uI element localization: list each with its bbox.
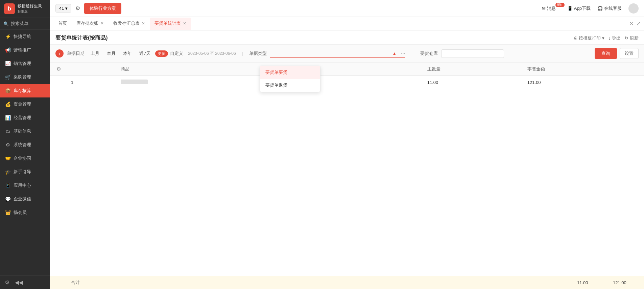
sidebar-item-label: 快捷导航 — [14, 34, 31, 40]
type-input[interactable] — [270, 49, 391, 57]
expand-icon: › — [59, 51, 61, 56]
tab-order-stats[interactable]: 要货单统计表 ✕ — [150, 18, 191, 30]
sidebar-item-wechat[interactable]: 💬 企业微信 — [0, 192, 50, 206]
printer-icon: 🖨 — [573, 36, 577, 41]
sidebar-item-label: 采购管理 — [14, 74, 31, 80]
chevron-down-icon: ▾ — [602, 36, 604, 41]
col-amount: 零售金额 — [523, 63, 644, 76]
sidebar-item-basic-info[interactable]: 🗂 基础信息 — [0, 125, 50, 138]
sidebar-item-inventory[interactable]: 📦 库存核算 — [0, 84, 50, 97]
page-header: 要货单统计表(按商品) 🖨 按模板打印 ▾ ↓ 导出 ↻ 刷新 — [50, 30, 644, 45]
export-btn[interactable]: ↓ 导出 — [609, 35, 621, 41]
table-summary: 合计 11.00 121.00 — [50, 276, 644, 289]
dropdown-item-delivery[interactable]: 要货单要货 — [260, 66, 320, 79]
settings-button[interactable]: 设置 — [620, 48, 639, 59]
refresh-label: 刷新 — [630, 35, 639, 41]
search-icon: 🔍 — [3, 21, 9, 26]
type-arrow-up-icon[interactable]: ▲ — [391, 51, 398, 56]
sidebar-search[interactable]: 🔍 搜索菜单 — [0, 18, 50, 30]
type-more-icon[interactable]: ··· — [401, 50, 405, 57]
sidebar-item-finance[interactable]: 💰 资金管理 — [0, 97, 50, 111]
sidebar-item-purchase[interactable]: 🛒 采购管理 — [0, 70, 50, 84]
col-gear: ⚙ — [50, 63, 67, 76]
tabbar: 首页 库存批次账 ✕ 收发存汇总表 ✕ 要货单统计表 ✕ ✕ ⤢ — [50, 17, 644, 30]
sidebar-item-label: 应用中心 — [14, 182, 31, 188]
sidebar-item-app-center[interactable]: 📱 应用中心 — [0, 179, 50, 192]
trial-button[interactable]: 体验行业方案 — [84, 3, 121, 14]
sidebar: b 畅捷通好生意 标准版 🔍 搜索菜单 ⚡ 快捷导航 📢 营销推广 📈 销售管理… — [0, 0, 50, 289]
print-template-btn[interactable]: 🖨 按模板打印 ▾ — [573, 35, 604, 41]
user-avatar[interactable] — [628, 3, 639, 14]
app-download-label: App下载 — [574, 5, 591, 12]
tab-inventory-batch-label: 库存批次账 — [76, 20, 98, 26]
sidebar-item-quick-nav[interactable]: ⚡ 快捷导航 — [0, 30, 50, 43]
date-option-this-year[interactable]: 本年 — [120, 49, 135, 58]
online-service-item[interactable]: 🎧 在线客服 — [597, 5, 622, 12]
operations-icon: 📊 — [5, 115, 11, 121]
org-selector[interactable]: 41 ▾ — [55, 4, 71, 13]
sidebar-footer: ⚙ ◀◀ — [0, 275, 50, 289]
date-option-this-month[interactable]: 本月 — [104, 49, 118, 58]
date-option-more[interactable]: 更多 — [155, 50, 168, 57]
topbar-gear-icon[interactable]: ⚙ — [75, 5, 80, 12]
messages-item[interactable]: ✉ 消息 99+ — [542, 5, 560, 12]
sidebar-item-label: 资金管理 — [14, 101, 31, 107]
gear-header-icon[interactable]: ⚙ — [54, 66, 63, 72]
purchase-icon: 🛒 — [5, 74, 11, 80]
online-service-label: 在线客服 — [604, 5, 622, 12]
type-label: 单据类型 — [249, 50, 267, 57]
date-label: 单据日期 — [67, 50, 85, 57]
tab-expand-icon[interactable]: ⤢ — [636, 20, 641, 27]
summary-amount: 121.00 — [613, 280, 640, 285]
tab-receive-summary-close[interactable]: ✕ — [142, 21, 145, 25]
cell-quantity: 11.00 — [423, 76, 523, 89]
finance-icon: 💰 — [5, 101, 11, 107]
cell-empty — [50, 76, 67, 89]
warehouse-input[interactable] — [441, 49, 504, 58]
chevron-down-icon: ▾ — [65, 6, 68, 11]
app-logo-icon: b — [4, 3, 15, 14]
query-button[interactable]: 查询 — [595, 48, 617, 59]
app-center-icon: 📱 — [5, 182, 11, 188]
warehouse-label: 要货仓库 — [420, 50, 438, 57]
col-quantity: 主数量 — [423, 63, 523, 76]
sidebar-item-label: 基础信息 — [14, 128, 31, 134]
content-area: 要货单统计表(按商品) 🖨 按模板打印 ▾ ↓ 导出 ↻ 刷新 — [50, 30, 644, 289]
tab-home[interactable]: 首页 — [53, 18, 72, 30]
sidebar-item-sales[interactable]: 📈 销售管理 — [0, 57, 50, 70]
date-option-7days[interactable]: 近7天 — [137, 49, 153, 58]
filter-expand-btn[interactable]: › — [55, 49, 64, 58]
date-option-last-month[interactable]: 上月 — [88, 49, 102, 58]
page-header-actions: 🖨 按模板打印 ▾ ↓ 导出 ↻ 刷新 — [573, 35, 639, 41]
sidebar-item-cooperation[interactable]: 🤝 企业协同 — [0, 152, 50, 165]
dropdown-item-return[interactable]: 要货单退货 — [260, 79, 320, 92]
tab-order-stats-close[interactable]: ✕ — [183, 21, 186, 25]
table-row: 1 块 11.00 121.00 — [50, 76, 644, 89]
sidebar-item-label: 系统管理 — [14, 142, 31, 148]
sidebar-item-operations[interactable]: 📊 经营管理 — [0, 111, 50, 125]
tab-receive-summary[interactable]: 收发存汇总表 ✕ — [109, 18, 150, 30]
type-dropdown: 要货单要货 要货单退货 — [260, 66, 320, 92]
tab-inventory-batch-close[interactable]: ✕ — [100, 21, 104, 25]
footer-settings-icon[interactable]: ⚙ — [5, 279, 9, 286]
main-area: 41 ▾ ⚙ 体验行业方案 ✉ 消息 99+ 📱 App下载 🎧 在线客服 — [50, 0, 644, 289]
sidebar-item-label: 营销推广 — [14, 47, 31, 53]
sidebar-item-marketing[interactable]: 📢 营销推广 — [0, 43, 50, 57]
print-template-label: 按模板打印 — [579, 35, 601, 41]
date-option-custom[interactable]: 自定义 — [170, 50, 183, 57]
col-product: 商品 — [117, 63, 282, 76]
tab-close-all-icon[interactable]: ✕ — [629, 20, 634, 27]
page-title: 要货单统计表(按商品) — [55, 35, 108, 42]
sidebar-item-member[interactable]: 👑 畅会员 — [0, 206, 50, 219]
tab-inventory-batch[interactable]: 库存批次账 ✕ — [72, 18, 109, 30]
refresh-btn[interactable]: ↻ 刷新 — [625, 35, 639, 41]
inventory-icon: 📦 — [5, 88, 11, 94]
footer-collapse-icon[interactable]: ◀◀ — [15, 279, 23, 286]
data-table: ⚙ 商品 主计量单位 主数量 零售金额 1 — [50, 63, 644, 89]
sidebar-item-guide[interactable]: 🎓 新手引导 — [0, 165, 50, 179]
summary-quantity: 11.00 — [577, 280, 604, 285]
sidebar-item-system[interactable]: ⚙ 系统管理 — [0, 138, 50, 152]
cell-amount: 121.00 — [523, 76, 644, 89]
app-download-item[interactable]: 📱 App下载 — [567, 5, 591, 12]
message-icon: ✉ — [542, 6, 546, 11]
